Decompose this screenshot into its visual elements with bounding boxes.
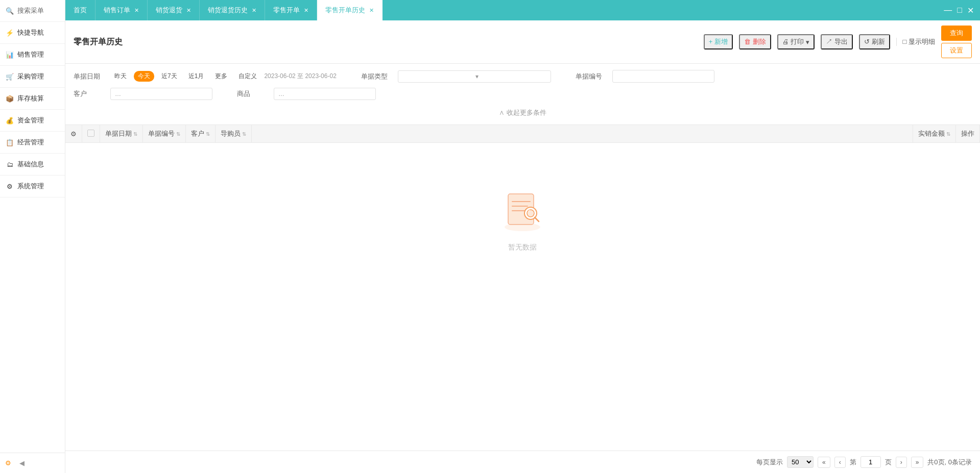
type-filter-select[interactable]: ▾ (398, 70, 551, 83)
page-number-input[interactable] (861, 456, 881, 468)
goods-filter-select[interactable]: … (274, 88, 376, 100)
date-today-btn[interactable]: 今天 (134, 71, 154, 82)
sidebar: 🔍 搜索采单 ⚡ 快捷导航 📊 销售管理 🛒 采购管理 📦 库存核算 💰 资金管… (0, 0, 65, 473)
col-checkbox[interactable] (82, 125, 100, 143)
sort-customer-icon: ⇅ (206, 131, 210, 137)
tab-home[interactable]: 首页 (65, 0, 95, 20)
print-arrow-icon: ▾ (806, 38, 809, 46)
sidebar-item-sales-mgmt[interactable]: 📊 销售管理 (0, 44, 65, 66)
display-detail-button[interactable]: □ 显示明细 (903, 37, 935, 46)
tab-retail-open[interactable]: 零售开单 ✕ (265, 0, 317, 20)
sidebar-item-purchase-mgmt[interactable]: 🛒 采购管理 (0, 66, 65, 88)
purchase-mgmt-icon: 🛒 (5, 72, 14, 81)
table-header-row: ⚙ 单据日期 ⇅ 单据编号 (65, 125, 980, 143)
sort-salesperson[interactable]: 导购员 ⇅ (221, 129, 246, 138)
close-button[interactable]: ✕ (967, 6, 974, 15)
date-custom-btn[interactable]: 自定义 (234, 71, 261, 82)
prev-page-button[interactable]: ‹ (834, 457, 846, 468)
date-yesterday-btn[interactable]: 昨天 (110, 71, 131, 82)
more-conditions-label: ∧ 收起更多条件 (499, 108, 546, 117)
data-table: ⚙ 单据日期 ⇅ 单据编号 (65, 125, 980, 293)
refresh-button[interactable]: ↺ 刷新 (859, 34, 890, 49)
date-filter-group: 昨天 今天 近7天 近1月 更多 自定义 2023-06-02 至 2023-0… (110, 71, 337, 82)
tab-sales-return-label: 销货退货 (156, 6, 182, 15)
sort-date[interactable]: 单据日期 ⇅ (105, 129, 137, 138)
col-number: 单据编号 ⇅ (143, 125, 186, 143)
sidebar-item-ops-mgmt[interactable]: 📋 经营管理 (0, 132, 65, 154)
empty-illustration (497, 184, 548, 235)
sidebar-item-inventory[interactable]: 📦 库存核算 (0, 88, 65, 110)
type-select-arrow: ▾ (475, 73, 546, 80)
tab-sales-order-label: 销售订单 (104, 6, 130, 15)
sidebar-item-sys-mgmt[interactable]: ⚙ 系统管理 (0, 176, 65, 197)
next-page-button[interactable]: › (896, 457, 907, 468)
col-gear[interactable]: ⚙ (65, 125, 82, 143)
delete-button[interactable]: 🗑 删除 (739, 34, 771, 49)
customer-filter-select[interactable]: … (110, 88, 212, 100)
sidebar-search[interactable]: 🔍 搜索采单 (0, 0, 65, 22)
col-number-label: 单据编号 (148, 129, 175, 138)
sidebar-item-label: 库存核算 (17, 94, 44, 103)
sort-customer[interactable]: 客户 ⇅ (191, 129, 210, 138)
page-size-select[interactable]: 50 10 20 100 (787, 456, 814, 468)
goods-filter-label: 商品 (237, 89, 266, 98)
sidebar-item-label: 基础信息 (17, 160, 44, 169)
sidebar-item-quick-nav[interactable]: ⚡ 快捷导航 (0, 22, 65, 44)
tab-sales-order[interactable]: 销售订单 ✕ (95, 0, 148, 20)
tab-bar: 首页 销售订单 ✕ 销货退货 ✕ 销货退货历史 ✕ 零售开单 ✕ 零售开单历史 … (65, 0, 980, 20)
search-icon: 🔍 (5, 6, 14, 15)
col-action-label: 操作 (961, 130, 974, 137)
sort-number[interactable]: 单据编号 ⇅ (148, 129, 180, 138)
print-button[interactable]: 🖨 打印 ▾ (777, 34, 815, 49)
export-button[interactable]: ↗ 导出 (821, 34, 853, 49)
quick-nav-icon: ⚡ (5, 28, 14, 37)
col-salesperson-label: 导购员 (221, 129, 241, 138)
sidebar-gear-button[interactable]: ⚙ (5, 459, 11, 467)
more-conditions-toggle[interactable]: ∧ 收起更多条件 (74, 105, 972, 118)
tab-retail-open-history[interactable]: 零售开单历史 ✕ (317, 0, 383, 20)
tab-sales-order-close[interactable]: ✕ (134, 7, 139, 14)
tab-sales-return-history-label: 销货退货历史 (208, 6, 248, 15)
minimize-button[interactable]: — (944, 6, 952, 15)
settings-button[interactable]: 设置 (941, 43, 972, 58)
col-date: 单据日期 ⇅ (100, 125, 143, 143)
empty-state: 暂无数据 (65, 143, 980, 293)
type-filter-label: 单据类型 (361, 72, 390, 81)
col-customer-label: 客户 (191, 129, 204, 138)
page-title: 零售开单历史 (74, 37, 123, 47)
sort-amount[interactable]: 实销金额 ⇅ (918, 129, 950, 138)
sidebar-search-label: 搜索采单 (17, 6, 44, 15)
date-7days-btn[interactable]: 近7天 (157, 71, 181, 82)
sidebar-item-basic-info[interactable]: 🗂 基础信息 (0, 154, 65, 176)
inventory-icon: 📦 (5, 94, 14, 103)
number-filter-input[interactable] (612, 70, 714, 83)
col-customer: 客户 ⇅ (186, 125, 216, 143)
tab-sales-return-history[interactable]: 销货退货历史 ✕ (200, 0, 265, 20)
date-more-btn[interactable]: 更多 (211, 71, 231, 82)
customer-filter-label: 客户 (74, 89, 102, 98)
sidebar-item-finance[interactable]: 💰 资金管理 (0, 110, 65, 132)
tab-sales-return[interactable]: 销货退货 ✕ (148, 0, 200, 20)
tab-retail-open-history-label: 零售开单历史 (325, 6, 365, 15)
tab-sales-return-close[interactable]: ✕ (186, 7, 191, 14)
select-all-checkbox[interactable] (87, 130, 94, 137)
tab-sales-return-history-close[interactable]: ✕ (252, 7, 256, 14)
tab-retail-open-close[interactable]: ✕ (304, 7, 308, 14)
date-1month-btn[interactable]: 近1月 (184, 71, 208, 82)
action-divider (896, 38, 897, 46)
first-page-button[interactable]: « (818, 457, 830, 468)
maximize-button[interactable]: □ (957, 6, 962, 15)
page-header: 零售开单历史 + 新增 🗑 删除 🖨 打印 ▾ ↗ 导出 ↺ 刷新 □ 显示明细… (65, 20, 980, 64)
sidebar-collapse-button[interactable]: ◀ (19, 459, 25, 467)
query-button[interactable]: 查询 (941, 26, 972, 41)
sidebar-item-label: 销售管理 (17, 50, 44, 59)
svg-point-7 (527, 210, 534, 217)
col-amount-label: 实销金额 (918, 129, 945, 138)
sales-mgmt-icon: 📊 (5, 50, 14, 59)
last-page-button[interactable]: » (911, 457, 924, 468)
page-of-label: 页 (885, 458, 892, 467)
svg-line-8 (535, 217, 539, 221)
col-action: 操作 (956, 125, 980, 143)
add-button[interactable]: + 新增 (704, 34, 733, 49)
tab-retail-open-history-close[interactable]: ✕ (369, 7, 374, 14)
